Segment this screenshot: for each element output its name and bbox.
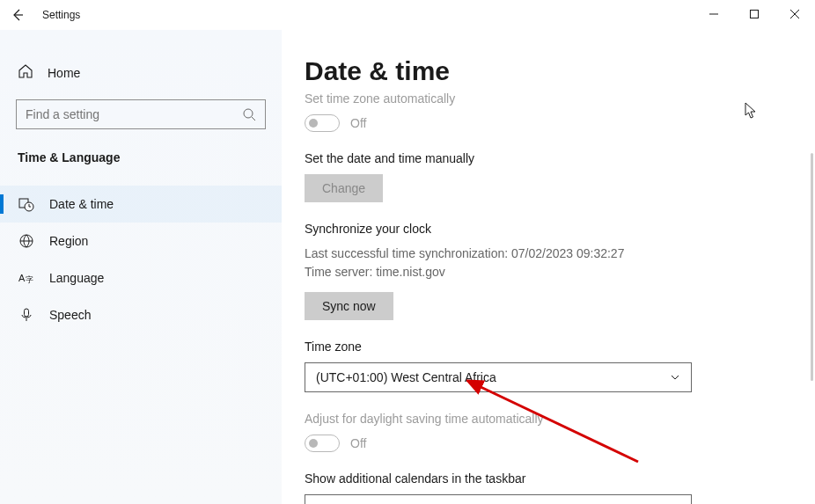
window-title: Settings <box>42 9 80 21</box>
manual-datetime-label: Set the date and time manually <box>305 151 792 165</box>
microphone-icon <box>18 307 35 323</box>
dst-state: Off <box>350 436 366 450</box>
auto-timezone-label: Set time zone automatically <box>305 91 792 106</box>
auto-timezone-state: Off <box>350 116 366 130</box>
sidebar: Home Time & Language Date & time Region … <box>0 30 282 504</box>
nav-label: Date & time <box>49 197 114 211</box>
search-input[interactable] <box>26 107 219 121</box>
sidebar-item-date-time[interactable]: Date & time <box>0 186 282 223</box>
sync-now-button[interactable]: Sync now <box>305 292 393 320</box>
svg-line-6 <box>252 117 255 121</box>
home-icon <box>18 63 35 82</box>
auto-timezone-toggle <box>305 114 340 132</box>
close-button[interactable] <box>775 0 815 28</box>
home-button[interactable]: Home <box>0 56 282 89</box>
svg-point-5 <box>244 109 253 118</box>
home-label: Home <box>48 66 80 80</box>
minimize-icon <box>709 10 718 18</box>
sync-last-text: Last successful time synchronization: 07… <box>305 245 792 263</box>
titlebar: Settings <box>0 0 815 30</box>
svg-text:A: A <box>18 273 26 283</box>
window-controls <box>694 0 815 28</box>
search-box[interactable] <box>16 99 266 129</box>
language-icon: A字 <box>18 270 35 286</box>
arrow-left-icon <box>11 8 25 22</box>
maximize-icon <box>750 10 759 18</box>
svg-rect-12 <box>25 309 29 317</box>
page-title: Date & time <box>305 56 792 86</box>
maximize-button[interactable] <box>734 0 775 28</box>
scrollbar[interactable] <box>811 153 813 381</box>
back-button[interactable] <box>0 0 35 30</box>
nav-label: Language <box>49 271 104 285</box>
svg-text:字: 字 <box>26 275 33 284</box>
nav-label: Speech <box>49 308 91 322</box>
sidebar-item-speech[interactable]: Speech <box>0 296 282 333</box>
minimize-button[interactable] <box>694 0 734 28</box>
dst-toggle <box>305 435 340 452</box>
dst-label: Adjust for daylight saving time automati… <box>305 412 792 426</box>
sidebar-item-language[interactable]: A字 Language <box>0 259 282 296</box>
category-heading: Time & Language <box>0 150 282 164</box>
calendar-clock-icon <box>18 196 35 212</box>
change-button[interactable]: Change <box>305 174 383 202</box>
content-panel: Date & time Set time zone automatically … <box>282 30 815 504</box>
search-icon <box>243 108 256 121</box>
close-icon <box>790 10 799 18</box>
calendars-dropdown[interactable]: Don't show additional calendars <box>305 494 692 504</box>
timezone-heading: Time zone <box>305 340 792 354</box>
sync-server-text: Time server: time.nist.gov <box>305 263 792 281</box>
calendars-heading: Show additional calendars in the taskbar <box>305 471 792 486</box>
nav-label: Region <box>49 234 88 248</box>
timezone-dropdown[interactable]: (UTC+01:00) West Central Africa <box>305 362 692 392</box>
timezone-value: (UTC+01:00) West Central Africa <box>316 370 496 384</box>
globe-icon <box>18 233 35 249</box>
sync-heading: Synchronize your clock <box>305 222 792 236</box>
chevron-down-icon <box>670 372 680 383</box>
svg-rect-2 <box>751 11 759 18</box>
sidebar-item-region[interactable]: Region <box>0 223 282 259</box>
